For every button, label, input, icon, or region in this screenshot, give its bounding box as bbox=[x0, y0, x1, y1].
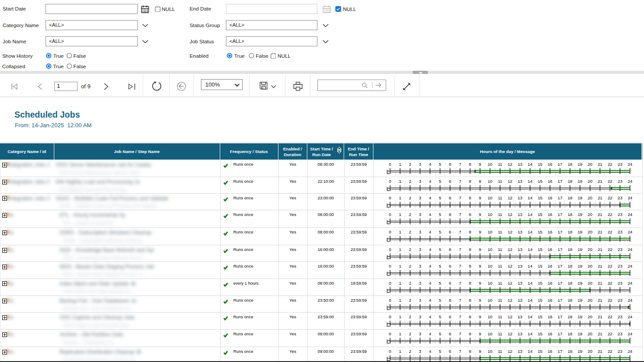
svg-text:18: 18 bbox=[568, 298, 573, 303]
svg-text:4: 4 bbox=[429, 314, 432, 319]
svg-text:16: 16 bbox=[548, 212, 553, 217]
svg-text:0: 0 bbox=[389, 349, 391, 354]
svg-text:12: 12 bbox=[508, 195, 513, 200]
svg-text:5: 5 bbox=[439, 247, 441, 252]
svg-text:6: 6 bbox=[449, 298, 451, 303]
svg-text:19: 19 bbox=[577, 280, 582, 285]
svg-text:1: 1 bbox=[399, 195, 401, 200]
svg-text:22: 22 bbox=[608, 162, 612, 167]
svg-text:7: 7 bbox=[459, 230, 461, 234]
svg-text:19: 19 bbox=[577, 230, 582, 234]
svg-text:14: 14 bbox=[528, 349, 532, 354]
svg-text:9: 9 bbox=[479, 195, 481, 200]
svg-text:20: 20 bbox=[588, 212, 592, 217]
svg-text:19: 19 bbox=[577, 314, 582, 319]
svg-text:18: 18 bbox=[568, 247, 573, 252]
svg-text:10: 10 bbox=[488, 331, 493, 336]
svg-text:4: 4 bbox=[429, 298, 432, 303]
svg-text:21: 21 bbox=[598, 247, 602, 252]
svg-text:22: 22 bbox=[608, 280, 612, 285]
svg-text:2: 2 bbox=[409, 162, 411, 167]
svg-text:24: 24 bbox=[628, 331, 633, 336]
svg-text:1: 1 bbox=[399, 314, 401, 319]
svg-text:3: 3 bbox=[419, 230, 421, 234]
svg-text:16: 16 bbox=[548, 331, 553, 336]
svg-text:21: 21 bbox=[598, 298, 602, 303]
svg-text:5: 5 bbox=[439, 280, 441, 285]
svg-text:3: 3 bbox=[419, 162, 421, 167]
svg-text:12: 12 bbox=[508, 179, 513, 184]
svg-text:23: 23 bbox=[618, 280, 623, 285]
svg-text:12: 12 bbox=[508, 349, 513, 354]
svg-text:15: 15 bbox=[538, 212, 542, 217]
svg-text:19: 19 bbox=[577, 331, 582, 336]
svg-text:7: 7 bbox=[459, 247, 461, 252]
svg-text:16: 16 bbox=[548, 162, 553, 167]
svg-text:15: 15 bbox=[538, 247, 542, 252]
svg-text:22: 22 bbox=[608, 230, 612, 234]
svg-text:19: 19 bbox=[577, 298, 582, 303]
svg-text:3: 3 bbox=[419, 195, 421, 200]
svg-text:4: 4 bbox=[429, 247, 432, 252]
svg-text:7: 7 bbox=[459, 212, 461, 217]
svg-text:17: 17 bbox=[558, 212, 563, 217]
svg-text:4: 4 bbox=[429, 349, 432, 354]
svg-text:14: 14 bbox=[528, 162, 532, 167]
svg-text:22: 22 bbox=[608, 247, 612, 252]
svg-text:4: 4 bbox=[429, 179, 432, 184]
svg-text:9: 9 bbox=[479, 314, 481, 319]
svg-text:21: 21 bbox=[598, 179, 602, 184]
svg-text:9: 9 bbox=[479, 179, 481, 184]
svg-text:2: 2 bbox=[409, 314, 411, 319]
svg-text:16: 16 bbox=[548, 349, 553, 354]
svg-text:23: 23 bbox=[618, 314, 623, 319]
svg-text:7: 7 bbox=[459, 314, 461, 319]
svg-text:23: 23 bbox=[618, 162, 623, 167]
svg-text:20: 20 bbox=[588, 314, 592, 319]
svg-text:19: 19 bbox=[577, 195, 582, 200]
svg-text:1: 1 bbox=[399, 264, 401, 268]
svg-text:15: 15 bbox=[538, 230, 542, 234]
svg-text:11: 11 bbox=[498, 349, 502, 354]
svg-text:6: 6 bbox=[449, 162, 451, 167]
svg-text:11: 11 bbox=[498, 179, 502, 184]
svg-text:9: 9 bbox=[479, 298, 481, 303]
svg-text:17: 17 bbox=[558, 331, 563, 336]
svg-text:8: 8 bbox=[469, 162, 471, 167]
svg-text:23: 23 bbox=[618, 298, 623, 303]
svg-text:0: 0 bbox=[389, 179, 391, 184]
svg-text:17: 17 bbox=[558, 349, 563, 354]
svg-text:19: 19 bbox=[577, 264, 582, 268]
svg-text:13: 13 bbox=[517, 298, 522, 303]
svg-text:19: 19 bbox=[577, 212, 582, 217]
svg-text:4: 4 bbox=[429, 280, 432, 285]
svg-text:8: 8 bbox=[469, 179, 471, 184]
svg-text:22: 22 bbox=[608, 264, 612, 268]
svg-text:9: 9 bbox=[479, 280, 481, 285]
svg-text:2: 2 bbox=[409, 298, 411, 303]
svg-text:13: 13 bbox=[517, 230, 522, 234]
svg-text:20: 20 bbox=[588, 162, 592, 167]
svg-text:11: 11 bbox=[498, 212, 502, 217]
svg-text:13: 13 bbox=[517, 314, 522, 319]
svg-text:10: 10 bbox=[488, 179, 493, 184]
svg-text:18: 18 bbox=[568, 230, 573, 234]
svg-text:12: 12 bbox=[508, 212, 513, 217]
svg-text:16: 16 bbox=[548, 230, 553, 234]
svg-text:20: 20 bbox=[588, 179, 592, 184]
svg-text:7: 7 bbox=[459, 349, 461, 354]
svg-text:2: 2 bbox=[409, 230, 411, 234]
svg-text:21: 21 bbox=[598, 195, 602, 200]
svg-text:11: 11 bbox=[498, 298, 502, 303]
svg-text:23: 23 bbox=[618, 264, 623, 268]
svg-text:12: 12 bbox=[508, 247, 513, 252]
svg-text:10: 10 bbox=[488, 212, 493, 217]
svg-text:5: 5 bbox=[439, 162, 441, 167]
svg-text:11: 11 bbox=[498, 247, 502, 252]
svg-text:5: 5 bbox=[439, 314, 441, 319]
svg-text:11: 11 bbox=[498, 230, 502, 234]
svg-text:3: 3 bbox=[419, 298, 421, 303]
svg-text:4: 4 bbox=[429, 264, 432, 268]
svg-text:15: 15 bbox=[538, 314, 542, 319]
svg-text:17: 17 bbox=[558, 264, 563, 268]
